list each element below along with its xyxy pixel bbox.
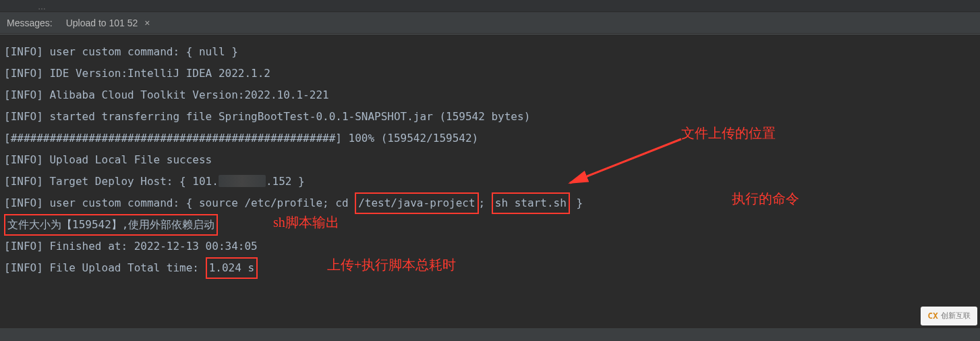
annotation-sh-output: sh脚本输出 <box>273 211 339 233</box>
highlight-exec-command: sh start.sh <box>492 192 570 214</box>
log-line: [#######################################… <box>4 128 976 149</box>
log-line: 文件大小为【159542】,使用外部依赖启动 <box>4 214 976 236</box>
log-line: [INFO] started transferring file SpringB… <box>4 106 976 128</box>
watermark-logo: CX <box>927 305 938 327</box>
annotation-upload-location: 文件上传的位置 <box>681 122 776 144</box>
redacted-ip <box>219 175 266 187</box>
highlight-sh-output: 文件大小为【159542】,使用外部依赖启动 <box>4 214 218 236</box>
ide-tabs-strip: … <box>0 0 980 12</box>
watermark: CX 创新互联 <box>921 307 977 325</box>
annotation-total-time: 上传+执行脚本总耗时 <box>327 254 456 276</box>
log-line: [INFO] user custom command: { null } <box>4 41 976 63</box>
close-icon[interactable]: × <box>144 18 150 28</box>
messages-bar: Messages: Upload to 101 52 × <box>0 12 980 34</box>
log-line: [INFO] Upload Local File success <box>4 149 976 171</box>
log-line: [INFO] File Upload Total time: 1.024 s <box>4 257 976 279</box>
highlight-upload-path: /test/java-project <box>355 192 478 214</box>
messages-tab[interactable]: Upload to 101 52 × <box>66 18 150 28</box>
log-line: [INFO] Alibaba Cloud Toolkit Version:202… <box>4 84 976 106</box>
log-line: [INFO] IDE Version:IntelliJ IDEA 2022.1.… <box>4 63 976 84</box>
highlight-total-time: 1.024 s <box>206 257 258 279</box>
messages-tab-title: Upload to 101 52 <box>66 18 138 28</box>
console-output: [INFO] user custom command: { null } [IN… <box>0 34 980 328</box>
watermark-text: 创新互联 <box>941 305 971 327</box>
log-line: [INFO] user custom command: { source /et… <box>4 192 976 214</box>
log-line: [INFO] Target Deploy Host: { 101..152 } <box>4 171 976 192</box>
log-line: [INFO] Finished at: 2022-12-13 00:34:05 <box>4 236 976 257</box>
ide-tab[interactable]: … <box>34 1 50 12</box>
messages-label: Messages: <box>7 18 53 28</box>
annotation-exec-command: 执行的命令 <box>732 188 799 209</box>
